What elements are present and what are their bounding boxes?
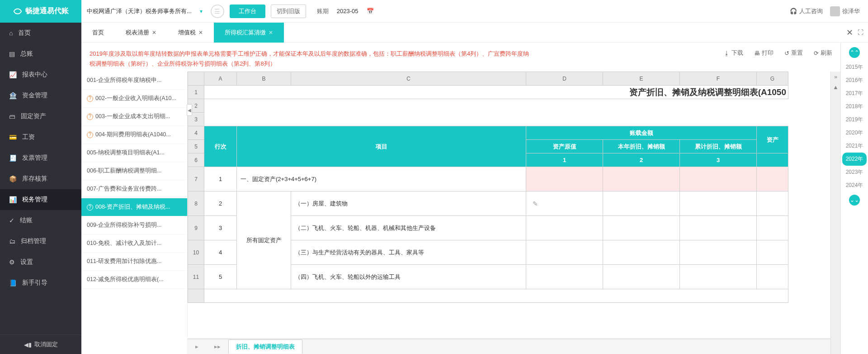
cell[interactable]	[603, 216, 680, 240]
cell[interactable]	[603, 240, 680, 265]
form-item-9[interactable]: 010-免税、减计收入及加计...	[81, 234, 187, 253]
close-icon[interactable]: ✕	[269, 29, 273, 36]
sidebar-item-8[interactable]: 📊税务管理	[0, 189, 81, 210]
sidebar-item-9[interactable]: ✓结账	[0, 210, 81, 231]
year-2022年[interactable]: 2022年	[842, 153, 867, 166]
form-item-5[interactable]: 006-职工薪酬纳税调整明细...	[81, 162, 187, 180]
cell[interactable]	[680, 167, 757, 191]
cell[interactable]	[757, 240, 788, 265]
year-2023年[interactable]: 2023年	[842, 166, 867, 179]
sidebar-item-11[interactable]: ⚙设置	[0, 252, 81, 273]
edit-icon[interactable]: ✎	[530, 200, 538, 207]
form-item-1[interactable]: ?002-一般企业收入明细表(A10...	[81, 90, 187, 108]
sidebar-item-0[interactable]: ⌂首页	[0, 23, 81, 43]
sheet-tab[interactable]: 折旧、摊销调整明细表	[228, 340, 302, 354]
sidebar-item-4[interactable]: 🗃固定资产	[0, 106, 81, 127]
year-2016年[interactable]: 2016年	[842, 74, 867, 87]
cell[interactable]	[757, 191, 788, 216]
tab-2[interactable]: 增值税✕	[167, 23, 214, 43]
form-item-11[interactable]: 012-减免所得税优惠明细表(...	[81, 271, 187, 289]
close-icon[interactable]: ✕	[198, 29, 203, 36]
period-value[interactable]: 2023-05	[337, 8, 359, 14]
consult-link[interactable]: 🎧人工咨询	[790, 7, 823, 15]
reset-button[interactable]: ↺重置	[784, 49, 803, 57]
download-button[interactable]: ⭳下载	[724, 49, 743, 57]
print-button[interactable]: 🖶打印	[754, 49, 774, 57]
sidebar-item-10[interactable]: 🗂归档管理	[0, 231, 81, 252]
cell[interactable]	[757, 167, 788, 191]
year-2018年[interactable]: 2018年	[842, 100, 867, 113]
doc-icon[interactable]: ☰	[211, 5, 224, 18]
col-head[interactable]: E	[603, 72, 680, 86]
calendar-icon[interactable]: 📅	[367, 8, 374, 14]
sidebar-item-1[interactable]: ▤总账	[0, 43, 81, 64]
cell[interactable]	[526, 167, 603, 191]
form-item-7[interactable]: ?008-资产折旧、摊销及纳税...	[81, 198, 187, 216]
sidebar-icon: 🧾	[9, 154, 17, 162]
cell[interactable]	[757, 216, 788, 240]
sidebar-item-6[interactable]: 🧾发票管理	[0, 148, 81, 168]
sidebar-item-12[interactable]: 📘新手引导	[0, 273, 81, 293]
tab-3[interactable]: 所得税汇算清缴✕	[214, 23, 284, 43]
sidebar: ⌂首页▤总账📈报表中心🏦资金管理🗃固定资产💳工资🧾发票管理📦库存核算📊税务管理✓…	[0, 23, 81, 354]
form-item-8[interactable]: 009-企业所得税弥补亏损明...	[81, 216, 187, 234]
year-2020年[interactable]: 2020年	[842, 126, 867, 139]
scroll-right-icon[interactable]: »	[834, 72, 837, 82]
sheet-nav-arrows[interactable]: ▸▸▸	[188, 339, 228, 354]
col-head[interactable]: A	[204, 72, 237, 86]
year-up-icon[interactable]: ⌃⌃	[849, 47, 860, 58]
sidebar-item-7[interactable]: 📦库存核算	[0, 168, 81, 189]
cell[interactable]	[757, 265, 788, 289]
cell[interactable]	[526, 216, 603, 240]
tab-0[interactable]: 首页	[81, 23, 115, 43]
cell[interactable]	[680, 191, 757, 216]
refresh-button[interactable]: ⟳刷新	[814, 49, 832, 57]
sidebar-item-2[interactable]: 📈报表中心	[0, 64, 81, 85]
cell[interactable]	[526, 240, 603, 265]
year-2015年[interactable]: 2015年	[842, 61, 867, 74]
year-2019年[interactable]: 2019年	[842, 113, 867, 126]
collapse-form-list[interactable]: ◀	[187, 104, 192, 116]
warning-icon: ?	[87, 96, 93, 102]
cell[interactable]	[680, 240, 757, 265]
cell[interactable]	[680, 265, 757, 289]
col-head[interactable]: B	[237, 72, 291, 86]
col-head[interactable]: G	[757, 72, 788, 86]
company-selector[interactable]: 中税网通广泽（天津）税务师事务所有...	[87, 7, 192, 15]
cell[interactable]	[603, 191, 680, 216]
cell[interactable]	[526, 265, 603, 289]
cell[interactable]	[603, 265, 680, 289]
col-head[interactable]: F	[680, 72, 757, 86]
close-icon[interactable]: ✕	[152, 29, 156, 36]
switch-old-button[interactable]: 切到旧版	[271, 5, 306, 18]
sidebar-item-5[interactable]: 💳工资	[0, 127, 81, 148]
col-head[interactable]: D	[526, 72, 603, 86]
brand-text: 畅捷通易代账	[25, 6, 69, 16]
year-2021年[interactable]: 2021年	[842, 139, 867, 153]
cell[interactable]: ✎	[526, 191, 603, 216]
scroll-up-icon[interactable]: ▲	[833, 82, 839, 92]
year-2024年[interactable]: 2024年	[842, 179, 867, 192]
close-tab-icon[interactable]: ✕	[846, 28, 853, 38]
sheet-right-controls: » ▲	[830, 72, 840, 354]
workbench-button[interactable]: 工作台	[230, 5, 265, 18]
unpin-button[interactable]: ◀▮ 取消固定	[0, 335, 81, 354]
cell[interactable]	[603, 167, 680, 191]
year-down-icon[interactable]: ⌄⌄	[849, 195, 860, 206]
fullscreen-icon[interactable]: ⛶	[858, 29, 863, 36]
row-no: 5	[204, 265, 237, 289]
col-head[interactable]: C	[291, 72, 526, 86]
tab-1[interactable]: 税表清册✕	[115, 23, 167, 43]
user-menu[interactable]: 徐泽华	[830, 6, 860, 16]
form-item-0[interactable]: 001-企业所得税年度纳税申...	[81, 72, 187, 90]
sidebar-item-3[interactable]: 🏦资金管理	[0, 85, 81, 106]
form-item-6[interactable]: 007-广告费和业务宣传费跨...	[81, 180, 187, 198]
cell[interactable]	[680, 216, 757, 240]
form-item-10[interactable]: 011-研发费用加计扣除优惠...	[81, 253, 187, 271]
form-item-3[interactable]: ?004-期间费用明细表(A1040...	[81, 126, 187, 144]
year-2017年[interactable]: 2017年	[842, 87, 867, 100]
form-item-4[interactable]: 005-纳税调整项目明细表(A1...	[81, 144, 187, 162]
chevron-down-icon[interactable]: ▾	[197, 8, 205, 14]
sheet-scroll[interactable]: ABCDEFG1资产折旧、摊销及纳税调整明细表(A1050234行次项目账载金额…	[188, 72, 830, 339]
form-item-2[interactable]: ?003-一般企业成本支出明细...	[81, 108, 187, 126]
